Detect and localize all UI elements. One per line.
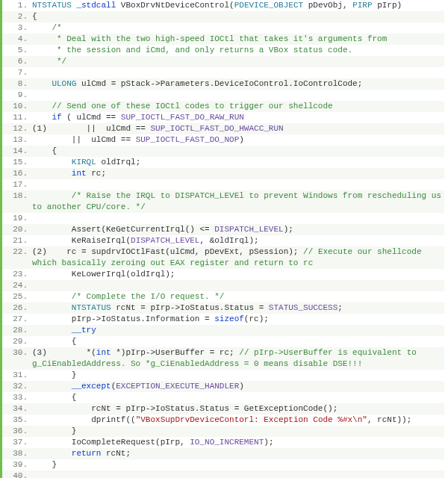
code-token: pIrp->IoStatus.Information = xyxy=(32,314,214,323)
code-line: 29. { xyxy=(2,336,444,347)
line-number: 31. xyxy=(2,370,32,381)
code-token: * Deal with the two high-speed IOCtl tha… xyxy=(57,34,387,43)
code-line: 17. xyxy=(2,179,444,190)
line-number: 40. xyxy=(2,471,32,478)
code-content: return rcNt; xyxy=(32,448,444,459)
line-number: 17. xyxy=(2,179,32,190)
line-number: 29. xyxy=(2,336,32,347)
code-content: pIrp->IoStatus.Information = sizeof(rc); xyxy=(32,314,444,325)
code-token xyxy=(32,303,72,312)
code-token: rc; xyxy=(87,169,106,178)
code-line: 37. IoCompleteRequest(pIrp, IO_NO_INCREM… xyxy=(2,437,444,448)
code-line: 38. return rcNt; xyxy=(2,448,444,459)
line-number: 8. xyxy=(2,78,32,90)
code-token: DISPATCH_LEVEL xyxy=(131,236,199,245)
code-token: { xyxy=(32,12,37,21)
code-line: 14. { xyxy=(2,146,444,157)
code-content: * the session and iCmd, and only returns… xyxy=(32,45,444,56)
code-line: 19. xyxy=(2,213,444,224)
code-content: */ xyxy=(32,56,444,67)
code-content xyxy=(32,471,444,478)
line-number: 9. xyxy=(2,90,32,101)
code-line: 15. KIRQL oldIrql; xyxy=(2,157,444,168)
code-token xyxy=(32,34,57,43)
code-token: , rcNt)); xyxy=(367,415,411,424)
line-number: 3. xyxy=(2,22,32,34)
code-token: rc = supdrvIOCtlFast(ulCmd, pDevExt, pSe… xyxy=(47,247,303,256)
code-token: * the session and iCmd, and only returns… xyxy=(57,46,352,55)
code-line: 25. /* Complete the I/O request. */ xyxy=(2,291,444,302)
annotation-marker: (1) xyxy=(32,124,47,133)
code-token: IoCompleteRequest(pIrp, xyxy=(32,438,190,447)
code-line: 11. if ( ulCmd == SUP_IOCTL_FAST_DO_RAW_… xyxy=(2,112,444,123)
code-line: 7. xyxy=(2,67,444,78)
line-number: 4. xyxy=(2,34,32,45)
code-content: (3) *(int *)pIrp->UserBuffer = rc; // pI… xyxy=(32,347,444,370)
code-token: SUP_IOCTL_FAST_DO_HWACC_RUN xyxy=(150,124,283,133)
code-token: pDevObj, xyxy=(303,1,352,10)
code-token: Assert(KeGetCurrentIrql() <= xyxy=(32,225,214,234)
code-token: int xyxy=(96,348,111,357)
code-block: 1.NTSTATUS _stdcall VBoxDrvNtDeviceContr… xyxy=(0,0,444,478)
annotation-marker: (3) xyxy=(32,348,47,357)
code-token: rcNt = pIrp->IoStatus.Status = GetExcept… xyxy=(32,404,337,413)
line-number: 38. xyxy=(2,448,32,459)
code-token: __except xyxy=(72,382,111,391)
code-token: "VBoxSupDrvDeviceContorl: Exception Code… xyxy=(136,415,367,424)
code-line: 9. xyxy=(2,90,444,101)
code-token: IO_NO_INCREMENT xyxy=(190,438,264,447)
line-number: 5. xyxy=(2,45,32,56)
code-content xyxy=(32,90,444,101)
code-content: || ulCmd == SUP_IOCTL_FAST_DO_NOP) xyxy=(32,134,444,146)
code-content xyxy=(32,67,444,78)
code-token: SUP_IOCTL_FAST_DO_RAW_RUN xyxy=(121,113,244,122)
code-token: VBoxDrvNtDeviceControl xyxy=(121,1,229,10)
code-line: 35. dprintf(("VBoxSupDrvDeviceContorl: E… xyxy=(2,415,444,426)
code-token xyxy=(32,102,52,111)
code-token: __try xyxy=(72,326,96,335)
code-token: ( ulCmd == xyxy=(62,113,121,122)
code-content: { xyxy=(32,11,444,22)
code-token: /* xyxy=(52,23,61,32)
code-token: || ulCmd == xyxy=(47,124,151,133)
code-line: 31. } xyxy=(2,370,444,381)
code-token xyxy=(32,79,52,88)
code-content: (1) || ulCmd == SUP_IOCTL_FAST_DO_HWACC_… xyxy=(32,123,444,134)
line-number: 37. xyxy=(2,437,32,448)
line-number: 24. xyxy=(2,280,32,291)
code-token xyxy=(32,113,52,122)
line-number: 1. xyxy=(2,0,32,11)
code-line: 33. { xyxy=(2,392,444,403)
code-token: dprintf(( xyxy=(32,415,136,424)
code-line: 6. */ xyxy=(2,56,444,67)
code-content: Assert(KeGetCurrentIrql() <= DISPATCH_LE… xyxy=(32,224,444,235)
line-number: 19. xyxy=(2,213,32,224)
code-token: ULONG xyxy=(52,79,76,88)
code-line: 39. } xyxy=(2,459,444,471)
code-token: { xyxy=(32,146,57,155)
code-token xyxy=(32,57,57,66)
code-line: 21. KeRaiseIrql(DISPATCH_LEVEL, &oldIrql… xyxy=(2,235,444,246)
code-token xyxy=(32,169,72,178)
code-line: 22.(2) rc = supdrvIOCtlFast(ulCmd, pDevE… xyxy=(2,246,444,269)
code-line: 40. xyxy=(2,471,444,478)
code-content: rcNt = pIrp->IoStatus.Status = GetExcept… xyxy=(32,403,444,415)
line-number: 6. xyxy=(2,56,32,67)
code-line: 1.NTSTATUS _stdcall VBoxDrvNtDeviceContr… xyxy=(2,0,444,11)
code-line: 3. /* xyxy=(2,22,444,34)
code-line: 30.(3) *(int *)pIrp->UserBuffer = rc; //… xyxy=(2,347,444,370)
code-line: 12.(1) || ulCmd == SUP_IOCTL_FAST_DO_HWA… xyxy=(2,123,444,134)
line-number: 21. xyxy=(2,235,32,246)
code-token: } xyxy=(32,370,76,379)
code-content: } xyxy=(32,426,444,437)
line-number: 18. xyxy=(2,190,32,202)
code-content: * Deal with the two high-speed IOCtl tha… xyxy=(32,34,444,45)
code-content xyxy=(32,179,444,190)
code-line: 16. int rc; xyxy=(2,168,444,179)
code-token: sizeof xyxy=(214,314,244,323)
line-number: 12. xyxy=(2,123,32,134)
code-token: PDEVICE_OBJECT xyxy=(234,1,303,10)
code-content: { xyxy=(32,336,444,347)
code-content: KeLowerIrql(oldIrql); xyxy=(32,269,444,280)
code-content: __except(EXCEPTION_EXECUTE_HANDLER) xyxy=(32,381,444,392)
